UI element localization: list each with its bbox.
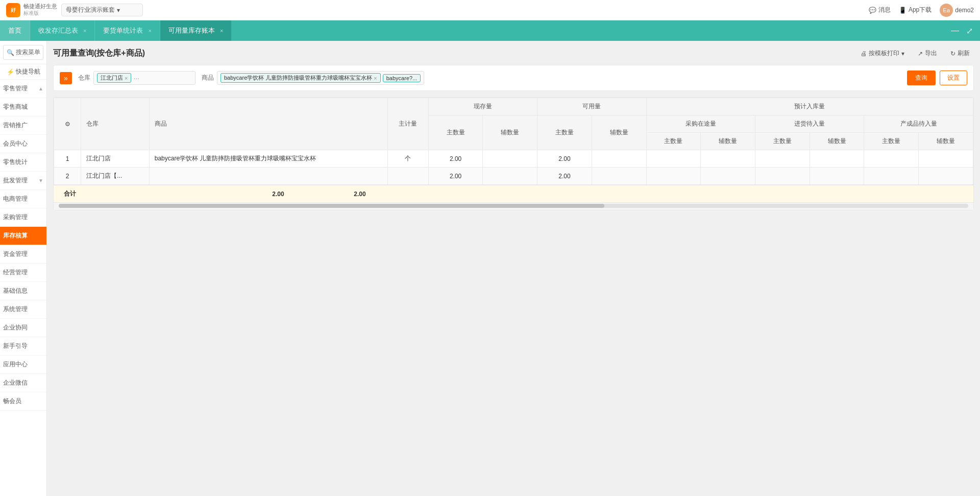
sidebar-item-enterprise[interactable]: 企业协同 [0, 319, 46, 337]
logo-sub: 标准版 [23, 10, 57, 17]
sidebar-item-member-plan[interactable]: 畅会员 [0, 392, 46, 411]
th-purchase-aux: 辅数量 [701, 133, 755, 150]
cell-production-aux [919, 168, 973, 185]
main-layout: 🔍 搜索菜单 ⚡ 快捷导航 零售管理 ▲ 零售商城 营销推广 会员中心 零售统计… [0, 41, 980, 496]
sidebar-item-finance[interactable]: 资金管理 [0, 245, 46, 264]
sidebar-item-wholesale-mgmt[interactable]: 批发管理 ▼ [0, 172, 46, 190]
tab-requisition[interactable]: 要货单统计表 × [95, 20, 160, 41]
cell-no: 2 [54, 168, 81, 185]
goods-tag-container[interactable]: babycare学饮杯 儿童防摔防撞吸管杯重力球吸嘴杯宝宝水杯 × babyca… [217, 71, 424, 85]
sidebar-item-retail-mall[interactable]: 零售商城 [0, 98, 46, 116]
logo-area: 好 畅捷通好生意 标准版 [6, 3, 57, 17]
sidebar-item-enterprise-wechat[interactable]: 企业微信 [0, 374, 46, 392]
scrollbar-area[interactable] [54, 202, 973, 210]
close-receive-send-icon[interactable]: × [83, 28, 86, 34]
sidebar-item-basic-info[interactable]: 基础信息 [0, 282, 46, 300]
cell-avail-aux [592, 150, 646, 168]
print-label: 按模板打印 [869, 49, 899, 58]
restore-icon[interactable]: ⤢ [963, 24, 976, 38]
page-header: 可用量查询(按仓库+商品) 🖨 按模板打印 ▾ ↗ 导出 ↻ 刷新 [53, 47, 974, 60]
tab-home[interactable]: 首页 [0, 20, 30, 41]
sidebar-item-marketing[interactable]: 营销推广 [0, 116, 46, 135]
member-center-label: 会员中心 [3, 139, 28, 148]
cell-purchase-aux [701, 168, 755, 185]
app-download-btn[interactable]: 📱 App下载 [899, 6, 932, 14]
inventory-label: 库存核算 [3, 231, 28, 240]
data-table-wrapper: ⚙ 仓库 商品 主计量 现存量 可用量 预计入库量 主数量 辅数量 主数量 辅数… [53, 97, 974, 210]
print-icon: 🖨 [861, 50, 867, 57]
cell-purchase-main [646, 168, 701, 185]
sidebar-item-operations[interactable]: 经营管理 [0, 264, 46, 282]
cell-stock-main: 2.00 [428, 150, 483, 168]
logo-text-area: 畅捷通好生意 标准版 [23, 3, 57, 17]
sidebar-item-new-guide[interactable]: 新手引导 [0, 337, 46, 356]
chevron-down-print-icon: ▾ [901, 50, 904, 57]
warehouse-tag-container[interactable]: 江北门店 × ··· [93, 71, 195, 85]
search-icon: 🔍 [7, 49, 14, 56]
warehouse-tag-jiangbei: 江北门店 × [97, 73, 131, 83]
minimize-icon[interactable]: — [948, 24, 962, 37]
sidebar-item-retail-stats[interactable]: 零售统计 [0, 153, 46, 172]
settings-btn[interactable]: 设置 [940, 70, 967, 85]
footer-stock-main: 2.00 [258, 191, 299, 198]
filter-expand-btn[interactable]: » [60, 72, 72, 84]
sidebar: 🔍 搜索菜单 ⚡ 快捷导航 零售管理 ▲ 零售商城 营销推广 会员中心 零售统计… [0, 41, 47, 496]
print-template-btn[interactable]: 🖨 按模板打印 ▾ [856, 47, 909, 60]
cell-warehouse: 江北门店 [81, 150, 149, 168]
sidebar-item-member-center[interactable]: 会员中心 [0, 135, 46, 153]
tab-available-inventory[interactable]: 可用量库存账本 × [160, 20, 232, 41]
filter-bar: » 仓库 江北门店 × ··· 商品 babycare学饮杯 儿童防摔防撞吸管杯… [53, 65, 974, 91]
sidebar-item-ecommerce[interactable]: 电商管理 [0, 190, 46, 208]
home-tab-label: 首页 [8, 26, 21, 35]
sidebar-item-purchase[interactable]: 采购管理 [0, 208, 46, 227]
cell-inbound-aux [810, 150, 864, 168]
finance-label: 资金管理 [3, 250, 28, 258]
logo-text: 畅捷通好生意 [23, 3, 57, 10]
search-menu-btn[interactable]: 🔍 搜索菜单 [3, 45, 43, 60]
page-title: 可用量查询(按仓库+商品) [53, 48, 145, 59]
warehouse-more-icon[interactable]: ··· [133, 74, 139, 82]
sidebar-item-retail-mgmt[interactable]: 零售管理 ▲ [0, 80, 46, 98]
table-footer: 合计 2.00 2.00 [54, 185, 973, 202]
close-available-inventory-icon[interactable]: × [220, 28, 223, 34]
warehouse-tag-close-icon[interactable]: × [125, 75, 128, 81]
sidebar-item-app-center[interactable]: 应用中心 [0, 356, 46, 374]
top-header: 好 畅捷通好生意 标准版 母婴行业演示账套 ▾ 💬 消息 📱 App下载 Ea … [0, 0, 980, 20]
th-no: ⚙ [54, 98, 81, 150]
operations-label: 经营管理 [3, 268, 28, 277]
th-production-aux: 辅数量 [919, 133, 973, 150]
tab-receive-send[interactable]: 收发存汇总表 × [30, 20, 95, 41]
goods-tag-close-icon[interactable]: × [374, 75, 377, 81]
messages-label: 消息 [878, 6, 891, 14]
query-btn[interactable]: 查询 [907, 70, 936, 85]
messages-btn[interactable]: 💬 消息 [869, 6, 891, 14]
goods-tag-babycare2: babycare?... [383, 74, 421, 82]
goods-tag-label: babycare学饮杯 儿童防摔防撞吸管杯重力球吸嘴杯宝宝水杯 [224, 74, 372, 82]
th-production-main: 主数量 [864, 133, 919, 150]
cell-production-aux [919, 150, 973, 168]
th-expected-inbound: 预计入库量 [646, 98, 973, 115]
goods-tag-babycare: babycare学饮杯 儿童防摔防撞吸管杯重力球吸嘴杯宝宝水杯 × [220, 73, 381, 83]
table-body: 1 江北门店 babycare学饮杯 儿童防摔防撞吸管杯重力球吸嘴杯宝宝水杯 个… [54, 150, 973, 185]
enterprise-wechat-label: 企业微信 [3, 379, 28, 387]
cell-no: 1 [54, 150, 81, 168]
gear-settings-icon[interactable]: ⚙ [65, 121, 70, 128]
sidebar-item-sys-mgmt[interactable]: 系统管理 [0, 300, 46, 319]
close-requisition-icon[interactable]: × [148, 28, 151, 34]
basic-info-label: 基础信息 [3, 287, 28, 295]
wholesale-mgmt-label: 批发管理 [3, 176, 28, 185]
th-inbound-pending: 进货待入量 [755, 115, 864, 133]
quick-nav-btn[interactable]: ⚡ 快捷导航 [0, 64, 46, 80]
refresh-btn[interactable]: ↻ 刷新 [946, 47, 974, 60]
user-area[interactable]: Ea demo2 [940, 4, 974, 17]
scrollbar-thumb[interactable] [59, 204, 604, 208]
th-stock-main: 主数量 [428, 115, 483, 150]
cell-avail-main: 2.00 [537, 168, 592, 185]
export-btn[interactable]: ↗ 导出 [914, 47, 941, 60]
industry-selector[interactable]: 母婴行业演示账套 ▾ [61, 4, 143, 16]
chevron-down-icon: ▾ [117, 7, 120, 14]
app-center-label: 应用中心 [3, 360, 28, 369]
header-left: 好 畅捷通好生意 标准版 母婴行业演示账套 ▾ [6, 3, 143, 17]
sidebar-item-inventory[interactable]: 库存核算 [0, 227, 46, 245]
search-menu-label: 搜索菜单 [16, 48, 40, 57]
